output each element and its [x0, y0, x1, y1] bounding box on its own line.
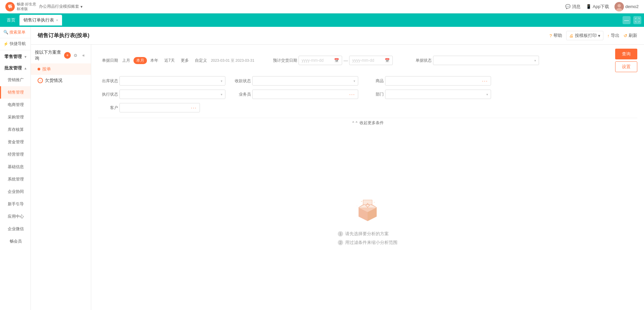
- scheme-panel: 按以下方案查询 + ⊙ « 按单 ○ 欠货情况: [31, 45, 91, 310]
- goods-dots-icon[interactable]: ···: [482, 78, 488, 84]
- filter-goods: 商品 ···: [364, 76, 491, 86]
- top-bar-right: 💬 消息 📱 App下载 demo2: [565, 2, 639, 11]
- delivery-arrow-icon: ▾: [221, 79, 222, 83]
- collapse-scheme-button[interactable]: «: [80, 52, 87, 59]
- sidebar-item-wechat[interactable]: 企业微信: [0, 223, 31, 235]
- scheme-panel-header: 按以下方案查询 + ⊙ «: [31, 47, 91, 63]
- help-button[interactable]: ? 帮助: [549, 33, 562, 39]
- help-icon: ?: [549, 33, 552, 38]
- print-icon: 🖨: [569, 33, 574, 38]
- content-area: 销售订单执行表(按单) ? 帮助 🖨 按模板打印 ▾ ↑ 导出 ↺ 刷新: [31, 27, 644, 310]
- date-tab-last-7-days[interactable]: 近7天: [162, 57, 177, 64]
- salesperson-select[interactable]: ···: [252, 90, 358, 99]
- empty-text: 1 请先选择要分析的方案 2 用过滤条件来缩小分析范围: [338, 231, 397, 248]
- tab-active[interactable]: 销售订单执行表 ×: [19, 15, 62, 25]
- avatar: [614, 2, 624, 11]
- chevron-up-icon: ▲: [24, 66, 27, 70]
- date-dash: —: [343, 58, 348, 63]
- export-button[interactable]: ↑ 导出: [607, 33, 620, 39]
- filter-row-2: 出库状态 ▾ 收款状态 ▾: [98, 76, 637, 86]
- sidebar-item-appstore[interactable]: 应用中心: [0, 210, 31, 223]
- refresh-button[interactable]: ↺ 刷新: [624, 33, 637, 39]
- date-start-input[interactable]: yyyy-mm-dd 📅: [299, 56, 342, 65]
- sidebar-item-enterprise[interactable]: 企业协同: [0, 186, 31, 198]
- tab-minimize-button[interactable]: —: [623, 16, 631, 24]
- scheme-actions: + ⊙ «: [64, 52, 87, 59]
- dept-arrow-icon: ▾: [486, 93, 488, 96]
- sidebar-search[interactable]: 🔍 搜索菜单: [0, 27, 31, 38]
- print-button[interactable]: 🖨 按模板打印 ▾: [566, 31, 603, 40]
- empty-state: 1 请先选择要分析的方案 2 用过滤条件来缩小分析范围: [338, 194, 397, 248]
- date-tab-this-month[interactable]: 本月: [133, 57, 147, 64]
- page-title: 销售订单执行表(按单): [38, 32, 90, 43]
- main-layout: 🔍 搜索菜单 ⚡快捷导航 零售管理 ▼ 批发管理 ▲ 营销推广 销售管理 电商管…: [0, 27, 644, 310]
- date-end-input[interactable]: yyyy-mm-dd 📅: [349, 56, 393, 65]
- top-bar-left: 畅 畅捷·好生意 标准版 办公用品行业模拟账套 ▾: [5, 2, 83, 11]
- sidebar: 🔍 搜索菜单 ⚡快捷导航 零售管理 ▼ 批发管理 ▲ 营销推广 销售管理 电商管…: [0, 27, 31, 310]
- page-header: 销售订单执行表(按单) ? 帮助 🖨 按模板打印 ▾ ↑ 导出 ↺ 刷新: [31, 27, 644, 45]
- add-scheme-button[interactable]: +: [64, 52, 71, 59]
- logo-text: 畅捷·好生意 标准版: [17, 2, 36, 11]
- customer-dots-icon[interactable]: ···: [191, 105, 197, 110]
- collapse-icon: ⌃⌃: [352, 121, 358, 125]
- tab-close-icon[interactable]: ×: [56, 18, 58, 22]
- print-arrow-icon: ▾: [598, 33, 600, 38]
- query-button[interactable]: 查询: [615, 49, 637, 59]
- sidebar-item-marketing[interactable]: 营销推广: [0, 74, 31, 86]
- active-dot-icon: [38, 68, 40, 70]
- sidebar-item-wholesale-header[interactable]: 批发管理 ▲: [0, 62, 31, 74]
- query-actions: 查询 设置: [615, 49, 637, 72]
- sidebar-quick-nav[interactable]: ⚡快捷导航: [0, 38, 31, 49]
- report-layout: 按以下方案查询 + ⊙ « 按单 ○ 欠货情况: [31, 45, 644, 310]
- sidebar-item-purchase[interactable]: 采购管理: [0, 111, 31, 123]
- set-button[interactable]: 设置: [615, 61, 637, 72]
- tab-home[interactable]: 首页: [3, 15, 19, 25]
- sidebar-item-operations[interactable]: 经营管理: [0, 148, 31, 161]
- date-tabs: 上月 本月 本年 近7天 更多 自定义: [119, 57, 210, 64]
- sidebar-item-system[interactable]: 系统管理: [0, 173, 31, 186]
- status-select[interactable]: ▾: [433, 56, 539, 65]
- user-menu[interactable]: demo2: [614, 2, 639, 11]
- tab-bar-right: — ⛶: [623, 16, 644, 24]
- date-tab-this-year[interactable]: 本年: [148, 57, 161, 64]
- scheme-item-by-order[interactable]: 按单: [31, 63, 91, 75]
- exec-arrow-icon: ▾: [221, 93, 222, 96]
- sidebar-item-basics[interactable]: 基础信息: [0, 161, 31, 173]
- app-download-button[interactable]: 📱 App下载: [586, 4, 609, 10]
- exec-status-select[interactable]: ▾: [119, 90, 225, 99]
- tab-maximize-button[interactable]: ⛶: [633, 16, 641, 24]
- delivery-status-select[interactable]: ▾: [119, 76, 225, 86]
- date-tab-more[interactable]: 更多: [178, 57, 192, 64]
- phone-icon: 📱: [586, 4, 591, 9]
- date-tab-last-month[interactable]: 上月: [119, 57, 133, 64]
- edit-scheme-button[interactable]: ⊙: [72, 52, 79, 59]
- filter-expected-date: 预计交货日期 yyyy-mm-dd 📅 — yyyy-mm-dd 📅: [273, 56, 393, 65]
- dept-select[interactable]: ▾: [385, 90, 491, 99]
- svg-point-1: [618, 4, 621, 7]
- sidebar-item-retail-header[interactable]: 零售管理 ▼: [0, 51, 31, 62]
- sidebar-item-newbie[interactable]: 新手引导: [0, 198, 31, 210]
- circle-icon: ○: [38, 78, 43, 83]
- date-range-text: 2023-03-01 至 2023-03-31: [211, 58, 255, 63]
- logo-area: 畅 畅捷·好生意 标准版: [5, 2, 36, 11]
- date-tab-custom[interactable]: 自定义: [192, 57, 210, 64]
- sidebar-item-ecommerce[interactable]: 电商管理: [0, 99, 31, 111]
- sidebar-divider: [0, 50, 31, 50]
- goods-select[interactable]: ···: [385, 76, 491, 86]
- sidebar-item-finance[interactable]: 资金管理: [0, 136, 31, 148]
- filter-exec-status: 执行状态 ▾: [98, 90, 225, 99]
- scheme-item-shortage[interactable]: ○ 欠货情况: [31, 75, 91, 86]
- top-bar: 畅 畅捷·好生意 标准版 办公用品行业模拟账套 ▾ 💬 消息 📱 App下载: [0, 0, 644, 13]
- sidebar-item-sales[interactable]: 销售管理: [0, 86, 31, 99]
- collection-status-select[interactable]: ▾: [252, 76, 358, 86]
- customer-select[interactable]: ···: [119, 103, 200, 112]
- sidebar-item-inventory[interactable]: 库存核算: [0, 123, 31, 136]
- message-icon: 💬: [565, 4, 571, 9]
- breadcrumb[interactable]: 办公用品行业模拟账套 ▾: [39, 4, 83, 9]
- calendar-icon: 📅: [334, 58, 339, 63]
- sidebar-item-member[interactable]: 畅会员: [0, 235, 31, 248]
- tab-bar: 首页 销售订单执行表 × — ⛶: [0, 13, 644, 27]
- message-button[interactable]: 💬 消息: [565, 4, 581, 10]
- salesperson-dots-icon[interactable]: ···: [349, 92, 355, 97]
- collapse-filter-button[interactable]: ⌃⌃ 收起更多条件: [98, 118, 637, 128]
